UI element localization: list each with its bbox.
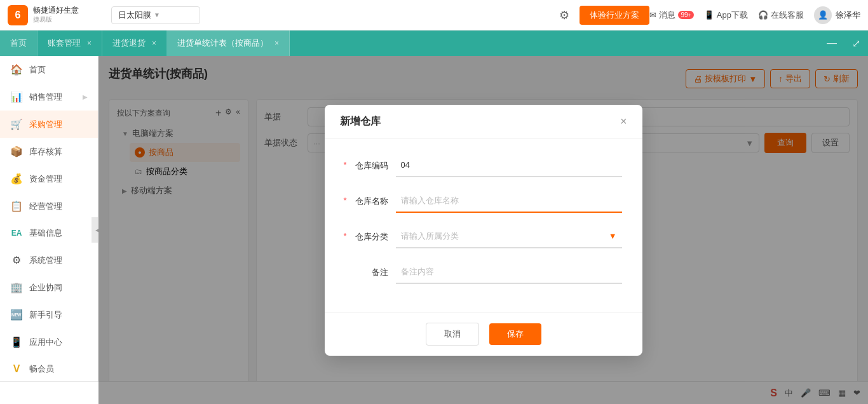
accounts-tab-label: 账套管理: [48, 37, 81, 49]
remark-input[interactable]: [396, 261, 622, 284]
app-download-button[interactable]: 📱 App下载: [704, 10, 748, 21]
modal-overlay: 新增仓库 × 仓库编码 仓库名称: [98, 56, 868, 404]
sidebar-item-app-center[interactable]: 📱 应用中心: [0, 328, 98, 356]
modal-footer: 取消 保存: [325, 312, 642, 356]
sidebar-label-app-center: 应用中心: [29, 337, 62, 348]
form-row-name: 仓库名称: [345, 190, 622, 213]
app-sub: 捷易版: [33, 15, 79, 24]
purchase-icon: 🛒: [10, 118, 23, 130]
tab-expand-icon[interactable]: ⤢: [844, 37, 868, 50]
user-avatar: 👤: [814, 6, 832, 24]
code-input[interactable]: [396, 154, 622, 177]
sidebar-label-purchase: 采购管理: [29, 119, 62, 130]
name-label: 仓库名称: [345, 196, 396, 207]
tab-bar: 首页 账套管理 × 进货退货 × 进货单统计表（按商品） × — ⤢: [0, 30, 868, 56]
cancel-button[interactable]: 取消: [426, 323, 479, 346]
headset-icon: 🎧: [758, 10, 768, 20]
purchase-return-tab-label: 进货退货: [112, 37, 146, 49]
tab-home[interactable]: 首页: [0, 30, 37, 56]
sidebar-item-business[interactable]: 📋 经营管理: [0, 192, 98, 220]
app-center-icon: 📱: [10, 336, 23, 348]
username-label: 徐泽华: [836, 10, 860, 21]
sidebar-item-finance[interactable]: 💰 资金管理: [0, 165, 98, 192]
sidebar-item-vip[interactable]: V 畅会员: [0, 356, 98, 382]
sidebar-item-sales[interactable]: 📊 销售管理 ▶: [0, 83, 98, 111]
store-name: 日太阳膜: [118, 10, 151, 21]
name-input[interactable]: [396, 190, 622, 213]
form-row-code: 仓库编码: [345, 154, 622, 177]
home-tab-label: 首页: [10, 37, 27, 49]
store-dropdown-arrow: ▼: [154, 11, 160, 18]
close-purchase-return-tab-icon[interactable]: ×: [152, 39, 156, 48]
sales-icon: 📊: [10, 91, 23, 103]
header-actions: ⚙ 体验行业方案: [559, 6, 649, 25]
user-profile[interactable]: 👤 徐泽华: [814, 6, 860, 24]
trial-button[interactable]: 体验行业方案: [580, 6, 649, 25]
form-row-remark: 备注: [345, 261, 622, 284]
message-button[interactable]: ✉ 消息 99+: [649, 10, 693, 21]
sidebar-label-vip: 畅会员: [29, 363, 54, 375]
settings-icon[interactable]: ⚙: [559, 8, 569, 22]
sidebar-label-basic-info: 基础信息: [29, 227, 62, 239]
store-selector[interactable]: 日太阳膜 ▼: [111, 6, 200, 24]
enterprise-icon: 🏢: [10, 281, 23, 293]
sidebar-label-inventory: 库存核算: [29, 146, 62, 158]
sidebar-item-newbie[interactable]: 🆕 新手引导: [0, 301, 98, 328]
tab-accounts[interactable]: 账套管理 ×: [37, 30, 102, 56]
form-row-category: 仓库分类 请输入所属分类 ▼: [345, 226, 622, 248]
vip-icon: V: [10, 363, 23, 375]
save-button[interactable]: 保存: [489, 323, 541, 345]
remark-label: 备注: [345, 267, 396, 278]
category-select[interactable]: 请输入所属分类 ▼: [396, 226, 622, 248]
new-warehouse-modal: 新增仓库 × 仓库编码 仓库名称: [325, 105, 642, 356]
tab-purchase-stats[interactable]: 进货单统计表（按商品） ×: [167, 30, 290, 56]
app-logo-icon: 6: [8, 5, 28, 25]
category-dropdown-icon: ▼: [609, 231, 617, 241]
close-accounts-tab-icon[interactable]: ×: [87, 39, 92, 48]
sidebar-item-enterprise[interactable]: 🏢 企业协同: [0, 274, 98, 301]
sidebar-label-newbie: 新手引导: [29, 309, 62, 321]
tab-purchase-return[interactable]: 进货退货 ×: [102, 30, 167, 56]
category-label: 仓库分类: [345, 231, 396, 243]
mobile-icon: 📱: [704, 10, 714, 20]
modal-header: 新增仓库 ×: [325, 105, 642, 139]
category-placeholder: 请输入所属分类: [401, 231, 459, 242]
tab-right-buttons: — ⤢: [819, 30, 868, 56]
sidebar-label-enterprise: 企业协同: [29, 282, 62, 293]
message-badge: 99+: [678, 11, 693, 19]
sidebar-item-inventory[interactable]: 📦 库存核算: [0, 138, 98, 165]
basic-info-icon: EA: [10, 229, 23, 238]
message-icon: ✉: [649, 10, 656, 20]
newbie-icon: 🆕: [10, 309, 23, 321]
sidebar-label-system: 系统管理: [29, 255, 62, 266]
sidebar-item-basic-info[interactable]: EA 基础信息: [0, 220, 98, 246]
main-layout: 🏠 首页 📊 销售管理 ▶ 🛒 采购管理 📦 库存核算 💰 资金管理 📋 经营管…: [0, 56, 868, 404]
code-label: 仓库编码: [345, 160, 396, 172]
close-purchase-stats-tab-icon[interactable]: ×: [275, 39, 279, 48]
sidebar-item-system[interactable]: ⚙ 系统管理: [0, 246, 98, 274]
inventory-icon: 📦: [10, 145, 23, 158]
sidebar: 🏠 首页 📊 销售管理 ▶ 🛒 采购管理 📦 库存核算 💰 资金管理 📋 经营管…: [0, 56, 98, 404]
tab-minimize-icon[interactable]: —: [819, 37, 844, 49]
sidebar-label-business: 经营管理: [29, 201, 62, 212]
sidebar-item-purchase[interactable]: 🛒 采购管理: [0, 111, 98, 138]
finance-icon: 💰: [10, 173, 23, 185]
header-right: ✉ 消息 99+ 📱 App下载 🎧 在线客服 👤 徐泽华: [649, 6, 860, 24]
app-name: 畅捷通好生意: [33, 6, 79, 16]
page-content: 进货单统计(按商品) 🖨 按模板打印 ▼ ↑ 导出 ↻ 刷新: [98, 56, 868, 404]
business-icon: 📋: [10, 200, 23, 212]
modal-body: 仓库编码 仓库名称 仓库分类: [325, 139, 642, 312]
top-header: 6 畅捷通好生意 捷易版 日太阳膜 ▼ ⚙ 体验行业方案 ✉ 消息 99+ 📱 …: [0, 0, 868, 30]
logo-area: 6 畅捷通好生意 捷易版: [8, 5, 106, 25]
sidebar-label-home: 首页: [29, 64, 46, 76]
message-label: 消息: [659, 10, 675, 21]
sales-expand-icon: ▶: [83, 93, 88, 100]
system-icon: ⚙: [10, 254, 23, 266]
sidebar-label-sales: 销售管理: [29, 91, 62, 103]
sidebar-label-finance: 资金管理: [29, 173, 62, 185]
modal-close-icon[interactable]: ×: [620, 115, 627, 128]
purchase-stats-tab-label: 进货单统计表（按商品）: [177, 37, 268, 49]
online-service-button[interactable]: 🎧 在线客服: [758, 10, 804, 21]
sidebar-item-home[interactable]: 🏠 首页: [0, 56, 98, 83]
home-icon: 🏠: [10, 64, 23, 76]
